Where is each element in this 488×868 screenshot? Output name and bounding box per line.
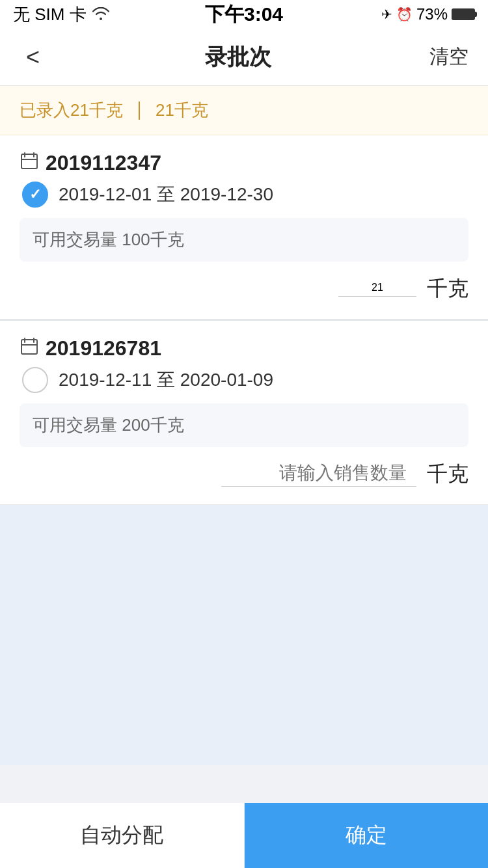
batch-1-radio[interactable] [22,182,48,208]
batch-1-unit: 千克 [427,275,468,303]
battery-text: 73% [416,5,448,23]
batch-1-available: 可用交易量 100千克 [20,218,468,262]
location-icon: ✈ [381,7,392,22]
batch-2-input-row: 千克 [0,447,488,505]
back-button[interactable]: < [20,37,46,77]
auto-distribute-button[interactable]: 自动分配 [0,803,245,868]
info-divider [139,102,140,120]
status-bar: 无 SIM 卡 下午3:04 ✈ ⏰ 73% [0,0,488,29]
batch-1-id: 2019112347 [46,151,161,175]
battery-icon [452,8,475,20]
batch-2-date: 2019-12-11 至 2020-01-09 [59,368,273,392]
empty-area [0,505,488,765]
bottom-bar: 自动分配 确定 [0,803,488,868]
info-banner: 已录入21千克 21千克 [0,86,488,135]
batch-2-id: 2019126781 [46,336,161,360]
confirm-button[interactable]: 确定 [245,803,489,868]
nav-bar: < 录批次 清空 [0,29,488,86]
batch-2-radio[interactable] [22,367,48,393]
page-title: 录批次 [205,42,271,72]
batch-1-quantity-value[interactable]: 21 [338,282,416,297]
batch-1-date-row: 2019-12-01 至 2019-12-30 [20,182,468,208]
batch-1-quantity-row: 21 千克 [0,262,488,319]
alarm-icon: ⏰ [396,7,413,22]
batch-1-icon [20,151,39,175]
batch-2-unit: 千克 [427,460,468,489]
wifi-icon [92,5,110,25]
batch-2-icon [20,336,39,360]
info-label: 已录入21千克 [20,99,123,122]
batch-2-quantity-input[interactable] [221,463,416,487]
batch-item-2: 2019126781 2019-12-11 至 2020-01-09 可用交易量… [0,321,488,447]
batch-1-date: 2019-12-01 至 2019-12-30 [59,182,273,207]
svg-rect-4 [21,340,37,354]
batch-2-header: 2019126781 [20,336,468,360]
svg-rect-0 [21,154,37,169]
status-time: 下午3:04 [205,1,283,28]
status-right: ✈ ⏰ 73% [381,5,475,23]
clear-button[interactable]: 清空 [429,44,468,70]
info-value: 21千克 [156,99,208,122]
batch-2-available: 可用交易量 200千克 [20,403,468,447]
batch-1-header: 2019112347 [20,151,468,175]
carrier-text: 无 SIM 卡 [13,3,87,26]
batch-item-1: 2019112347 2019-12-01 至 2019-12-30 可用交易量… [0,135,488,262]
status-left: 无 SIM 卡 [13,3,110,26]
batch-2-date-row: 2019-12-11 至 2020-01-09 [20,367,468,393]
